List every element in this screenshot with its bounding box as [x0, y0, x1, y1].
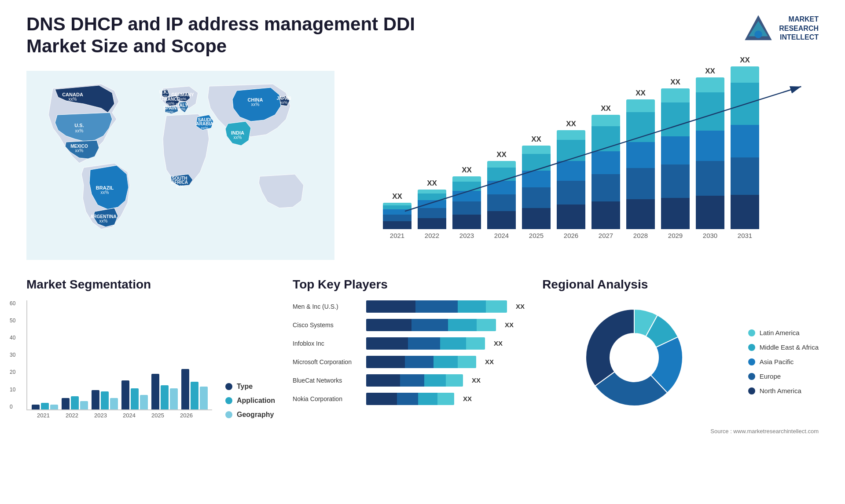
- player-bar-seg-1: [405, 356, 434, 368]
- bar-segment-3: [418, 194, 446, 200]
- bar-segment-4: [522, 146, 551, 154]
- growth-bar-stack-2023: [452, 176, 481, 229]
- regional-legend-item-North_America: North America: [748, 387, 819, 394]
- player-bar-container: [366, 356, 476, 368]
- players-list: Men & Inc (U.S.)XXCisco SystemsXXInfoblo…: [293, 300, 525, 405]
- bar-segment-4: [557, 130, 585, 140]
- seg-legend-dot: [225, 397, 232, 404]
- player-bar-container: [366, 319, 496, 331]
- page-wrapper: DNS DHCP and IP address management DDI M…: [0, 0, 845, 504]
- svg-text:xx%: xx%: [75, 148, 84, 153]
- growth-bar-stack-2026: [557, 130, 585, 229]
- bar-segment-0: [522, 208, 551, 229]
- growth-bar-label-2031: XX: [740, 56, 750, 65]
- player-bar-seg-0: [366, 337, 408, 350]
- header: DNS DHCP and IP address management DDI M…: [26, 13, 819, 58]
- seg-bar-group-2024: [121, 380, 148, 409]
- logo-icon: [743, 13, 774, 44]
- growth-bar-label-2026: XX: [566, 120, 576, 128]
- seg-bar-1-2024: [131, 388, 139, 409]
- map-section: CANADA xx% U.S. xx% MEXICO xx% BRAZIL xx…: [26, 71, 334, 260]
- bar-segment-4: [696, 77, 724, 93]
- svg-text:xx%: xx%: [234, 135, 242, 140]
- growth-bar-label-2027: XX: [601, 104, 611, 113]
- regional-legend-label: Latin America: [760, 329, 800, 336]
- segmentation-section: Market Segmentation 0 10 20 30 40 50 60 …: [26, 278, 275, 435]
- seg-y-60: 60: [10, 300, 15, 307]
- player-row-BlueCat_Networks: BlueCat NetworksXX: [293, 374, 525, 387]
- bottom-section: Market Segmentation 0 10 20 30 40 50 60 …: [26, 278, 819, 435]
- growth-x-label-2030: 2030: [696, 232, 724, 239]
- growth-x-label-2026: 2026: [557, 232, 585, 239]
- regional-legend-label: Middle East & Africa: [760, 343, 819, 351]
- seg-legend-label: Type: [237, 383, 253, 391]
- regional-legend-dot: [748, 329, 755, 336]
- growth-bar-label-2023: XX: [462, 166, 472, 175]
- bar-segment-4: [661, 88, 690, 102]
- bar-segment-3: [592, 126, 620, 151]
- growth-x-label-2028: 2028: [626, 232, 655, 239]
- growth-bar-group-2022: XX: [418, 179, 446, 229]
- bar-segment-4: [418, 190, 446, 194]
- svg-text:xx%: xx%: [69, 97, 77, 102]
- svg-point-2: [754, 30, 762, 38]
- seg-y-10: 10: [10, 387, 15, 393]
- player-bar-seg-3: [458, 356, 477, 368]
- bar-segment-0: [626, 199, 655, 229]
- bar-segment-3: [626, 112, 655, 142]
- seg-legend-label: Geography: [237, 411, 274, 419]
- bar-segment-3: [557, 140, 585, 161]
- bar-segment-2: [626, 142, 655, 168]
- regional-title: Regional Analysis: [542, 278, 819, 292]
- regional-legend-item-Middle_East_&_Africa: Middle East & Africa: [748, 343, 819, 351]
- svg-text:xx%: xx%: [99, 219, 108, 223]
- seg-bar-group-2026: [181, 369, 208, 409]
- seg-bar-0-2024: [121, 380, 129, 409]
- growth-x-label-2024: 2024: [487, 232, 516, 239]
- seg-bar-group-2025: [151, 374, 178, 409]
- growth-bar-label-2021: XX: [392, 192, 402, 201]
- bar-segment-3: [452, 182, 481, 191]
- player-bar-seg-2: [448, 319, 477, 331]
- bar-segment-0: [696, 196, 724, 229]
- player-name: Nokia Corporation: [293, 395, 361, 402]
- bar-segment-2: [557, 161, 585, 181]
- logo-text: MARKET RESEARCH INTELLECT: [779, 15, 819, 42]
- logo-line-3: INTELLECT: [779, 33, 819, 42]
- regional-legend-item-Europe: Europe: [748, 373, 819, 380]
- growth-bar-group-2025: XX: [522, 135, 551, 229]
- svg-text:xx%: xx%: [166, 110, 173, 114]
- seg-x-label-2022: 2022: [59, 412, 84, 419]
- bar-segment-0: [452, 215, 481, 229]
- bar-segment-2: [696, 131, 724, 161]
- player-bar-seg-1: [408, 337, 440, 350]
- regional-legend-item-Asia_Pacific: Asia Pacific: [748, 358, 819, 365]
- seg-bar-1-2023: [101, 391, 109, 409]
- growth-bar-stack-2031: [731, 66, 759, 229]
- player-bar-seg-2: [434, 356, 458, 368]
- growth-chart-section: XXXXXXXXXXXXXXXXXXXXXX 20212022202320242…: [352, 71, 819, 260]
- player-name: Men & Inc (U.S.): [293, 303, 361, 310]
- growth-bar-stack-2024: [487, 161, 516, 229]
- seg-chart-area: 0 10 20 30 40 50 60 20212022202320242025…: [26, 300, 275, 419]
- player-name: Cisco Systems: [293, 321, 361, 329]
- regional-legend-label: North America: [760, 387, 801, 394]
- growth-bar-label-2028: XX: [636, 89, 646, 98]
- seg-bar-2-2024: [140, 395, 148, 409]
- bar-segment-3: [731, 83, 759, 125]
- player-bar-seg-1: [415, 300, 458, 313]
- seg-bar-0-2022: [62, 398, 70, 409]
- svg-text:xx%: xx%: [178, 107, 185, 111]
- player-row-Infoblox_Inc: Infoblox IncXX: [293, 337, 525, 350]
- svg-text:xx%: xx%: [167, 101, 174, 106]
- regional-section: Regional Analysis Latin America Middle E…: [542, 278, 819, 435]
- svg-text:xx%: xx%: [251, 102, 260, 107]
- logo-area: MARKET RESEARCH INTELLECT: [743, 13, 819, 44]
- player-bar-container: [366, 393, 454, 405]
- bar-segment-2: [452, 191, 481, 201]
- player-bar-seg-1: [411, 319, 448, 331]
- seg-bar-1-2021: [41, 403, 49, 409]
- bar-segment-1: [487, 194, 516, 212]
- growth-bar-stack-2029: [661, 88, 690, 229]
- seg-y-20: 20: [10, 369, 15, 375]
